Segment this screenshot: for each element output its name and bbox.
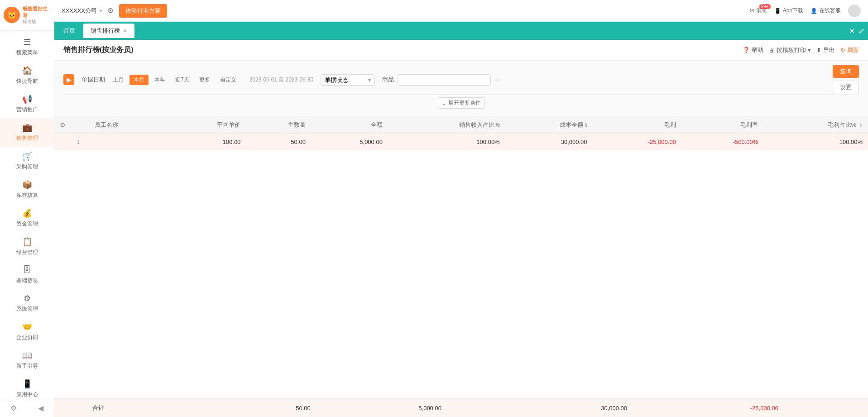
topbar-service-btn[interactable]: 👤 在线客服 [810,7,841,14]
footer-table: 合计 50.00 5,000.00 30,000.00 -25,000.00 [54,399,868,417]
topbar-msg-btn[interactable]: ✉ 消息 99+ [750,7,767,14]
export-label: 导出 [823,46,835,54]
date-tab-more[interactable]: 更多 [195,75,214,85]
footer-sales-pct [447,399,489,417]
footer-cost: 30,000.00 [489,399,633,417]
table-body: 1 100.00 50.00 5,000.00 100.00% 30,000.0… [54,134,868,150]
sidebar-icon: 🤝 [22,322,32,332]
tab-close-window-icon[interactable]: ✕ [849,27,855,35]
th-qty: 主数量 [246,116,311,134]
td-gross-rate: -500.00% [681,134,764,150]
goods-input[interactable] [398,74,491,86]
sidebar-item-经营管理[interactable]: 📋经营管理 [0,232,54,261]
sidebar-item-销售管理[interactable]: 💼销售管理 [0,118,54,147]
th-rank [71,116,89,134]
page-header: 销售排行榜(按业务员) ❓ 帮助 🖨 按模板打印 ▾ ⬆ 导出 ↻ 刷新 [54,40,868,61]
topbar-app-btn[interactable]: 📱 App下载 [774,7,803,14]
filter-bar: ▶ 单据日期 上月 本月 本年 近7天 更多 自定义 2023-06-01 至 … [54,61,868,116]
sidebar-item-label: 经营管理 [16,249,38,256]
trial-btn[interactable]: 体验行业方案 [119,4,167,18]
gross-pct-sort-icon[interactable]: ⬇ [859,123,863,128]
help-btn[interactable]: ❓ 帮助 [743,46,763,54]
sidebar-nav: ☰搜索菜单🏠快捷导航📢营销推广💼销售管理🛒采购管理📦库存核算💰资金管理📋经营管理… [0,31,54,399]
sidebar: 🐱 畅捷通好生意 标准版 ☰搜索菜单🏠快捷导航📢营销推广💼销售管理🛒采购管理📦库… [0,0,54,417]
sidebar-icon: 📦 [22,180,32,190]
expand-down-icon: ⌄ [442,100,446,106]
footer-gross-rate [784,399,826,417]
tab-expand-icon[interactable]: ⤢ [858,27,864,35]
sales-table: ⚙ 员工名称 平均单价 主数量 全额 销售收入占比% 成本全额 ℹ 毛利 毛利率 [54,116,868,150]
sidebar-item-采购管理[interactable]: 🛒采购管理 [0,147,54,175]
refresh-icon: ↻ [840,47,845,53]
topbar: XXXXXX公司 ▾ ⚙ 体验行业方案 ✉ 消息 99+ 📱 App下载 👤 在… [54,0,868,22]
th-amount: 全额 [311,116,388,134]
date-tab-last-month[interactable]: 上月 [109,75,128,85]
sidebar-item-基础信息[interactable]: 🗄基础信息 [0,261,54,289]
footer-amount: 5,000.00 [316,399,447,417]
status-filter: 单据状态 [321,74,375,86]
date-tab-this-month[interactable]: 本月 [129,75,149,85]
app-label: App下载 [783,7,803,14]
date-tab-this-year[interactable]: 本年 [150,75,169,85]
th-gross-rate: 毛利率 [681,116,764,134]
sidebar-footer: ⚙ ◀ [0,399,54,417]
th-sales-pct: 销售收入占比% [388,116,505,134]
print-btn[interactable]: 🖨 按模板打印 ▾ [769,46,811,54]
sidebar-item-label: 系统管理 [16,305,38,313]
th-settings: ⚙ [54,116,71,134]
sidebar-icon: 🏠 [22,66,32,76]
tab-close-icon[interactable]: ✕ [123,28,127,34]
page-title: 销售排行榜(按业务员) [63,45,134,55]
sidebar-settings-btn[interactable]: ⚙ [10,404,17,412]
td-gross-pct: 100.00% [763,134,868,150]
footer-settings-col [54,399,69,417]
table-footer: 合计 50.00 5,000.00 30,000.00 -25,000.00 [54,398,868,417]
refresh-btn[interactable]: ↻ 刷新 [840,46,859,54]
sidebar-item-快捷导航[interactable]: 🏠快捷导航 [0,61,54,90]
td-gross: -25,000.00 [593,134,681,150]
footer-qty: 50.00 [217,399,316,417]
export-btn[interactable]: ⬆ 导出 [816,46,835,54]
sidebar-item-系统管理[interactable]: ⚙系统管理 [0,289,54,317]
company-selector[interactable]: XXXXXX公司 ▾ [62,7,102,15]
td-name [89,134,168,150]
sidebar-item-label: 基础信息 [16,277,38,284]
status-select-wrapper: 单据状态 [321,74,375,86]
expand-btn[interactable]: ⌄ 展开更多条件 [438,97,485,109]
logo-name: 畅捷通好生意 [23,5,50,19]
sidebar-item-新手引导[interactable]: 📖新手引导 [0,346,54,374]
main-area: XXXXXX公司 ▾ ⚙ 体验行业方案 ✉ 消息 99+ 📱 App下载 👤 在… [54,0,868,417]
sidebar-item-应用中心[interactable]: 📱应用中心 [0,374,54,399]
export-icon: ⬆ [816,47,821,53]
topbar-gear-btn[interactable]: ⚙ [107,6,114,15]
sidebar-item-营销推广[interactable]: 📢营销推广 [0,90,54,118]
sidebar-item-资金管理[interactable]: 💰资金管理 [0,204,54,232]
print-arrow-icon: ▾ [808,47,811,53]
sidebar-item-库存核算[interactable]: 📦库存核算 [0,175,54,204]
tabbar: 首页 销售排行榜 ✕ ✕ ⤢ [54,22,868,40]
sidebar-collapse-btn[interactable]: ◀ [38,404,43,412]
date-tab-7days[interactable]: 近7天 [171,75,193,85]
footer-row: 合计 50.00 5,000.00 30,000.00 -25,000.00 [54,399,868,417]
date-tab-custom[interactable]: 自定义 [216,75,240,85]
goods-more-btn[interactable]: ··· [494,77,499,83]
tab-sales-rank[interactable]: 销售排行榜 ✕ [83,24,134,38]
status-select[interactable]: 单据状态 [321,74,375,86]
settings-btn[interactable]: 设置 [833,81,859,94]
sidebar-item-label: 库存核算 [16,192,38,199]
sidebar-icon: 📱 [22,379,32,389]
goods-filter: 商品 ··· [382,74,499,86]
table-settings-icon[interactable]: ⚙ [60,121,66,129]
sidebar-item-搜索菜单[interactable]: ☰搜索菜单 [0,33,54,61]
th-cost: 成本全额 ℹ [505,116,593,134]
help-icon: ❓ [743,47,750,53]
filter-toggle-btn[interactable]: ▶ [63,74,74,85]
company-dropdown-icon: ▾ [100,8,102,13]
query-btn[interactable]: 查询 [833,65,859,78]
tab-home[interactable]: 首页 [56,24,82,38]
date-range-display: 2023-06-01 至 2023-06-30 [249,76,313,84]
cost-help-icon[interactable]: ℹ [585,122,587,128]
goods-filter-label: 商品 [382,76,394,84]
print-label: 按模板打印 [777,46,806,54]
sidebar-item-企业协同[interactable]: 🤝企业协同 [0,317,54,346]
